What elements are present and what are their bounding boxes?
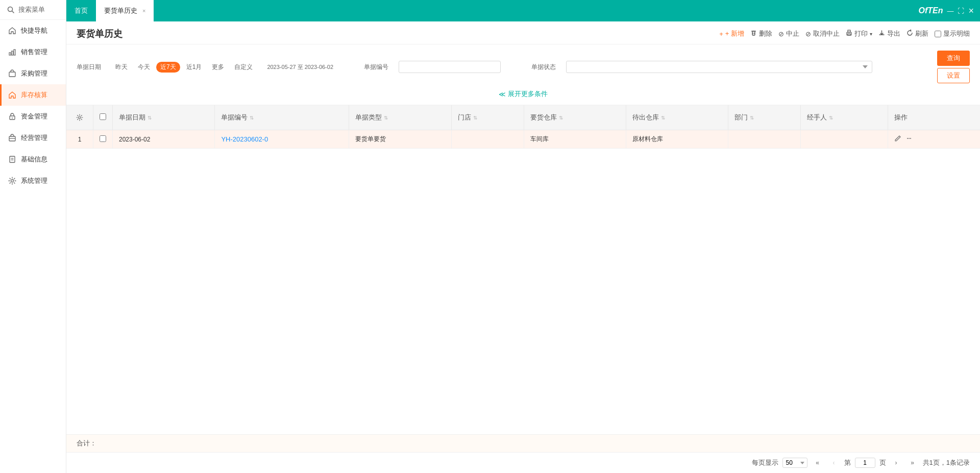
maximize-btn[interactable]: ⛶ <box>958 7 964 15</box>
tab-home[interactable]: 首页 <box>66 0 96 21</box>
tab-close-icon[interactable]: × <box>142 8 145 14</box>
query-button[interactable]: 查询 <box>937 51 970 66</box>
sidebar-item-label: 采购管理 <box>21 69 47 78</box>
th-date[interactable]: 单据日期⇅ <box>113 105 215 130</box>
date-btn-today[interactable]: 今天 <box>134 62 154 73</box>
th-bill-no[interactable]: 单据编号⇅ <box>215 105 349 130</box>
edit-icon[interactable] <box>894 135 901 144</box>
page-size-select[interactable]: 50 10 20 100 <box>782 458 807 468</box>
filter-bar: 单据日期 昨天 今天 近7天 近1月 更多 自定义 2023-05-27 至 2… <box>66 44 980 105</box>
th-bill-type[interactable]: 单据类型⇅ <box>349 105 451 130</box>
stop-button[interactable]: ⊘ 中止 <box>778 29 799 38</box>
tab-requisition-history[interactable]: 要货单历史 × <box>96 0 154 21</box>
sort-billno-icon: ⇅ <box>250 115 254 121</box>
row-checkbox[interactable] <box>100 135 106 142</box>
plus-icon: + <box>719 30 723 38</box>
page-number-input[interactable] <box>855 458 875 468</box>
tab-home-label: 首页 <box>75 6 88 15</box>
status-select[interactable] <box>566 61 872 73</box>
sidebar-item-purchase[interactable]: 采购管理 <box>0 63 66 84</box>
cell-checkbox[interactable] <box>93 130 113 149</box>
sidebar-item-label: 快捷导航 <box>21 26 47 35</box>
cell-store <box>451 130 524 149</box>
stop-icon: ⊘ <box>778 30 784 38</box>
date-btn-more[interactable]: 更多 <box>208 62 228 73</box>
sidebar-item-system[interactable]: 系统管理 <box>0 170 66 192</box>
house-icon <box>8 90 17 100</box>
print-dropdown-icon[interactable]: ▾ <box>870 31 872 37</box>
prev-page-btn[interactable]: ‹ <box>828 457 840 469</box>
date-btn-custom[interactable]: 自定义 <box>230 62 257 73</box>
bill-no-input[interactable] <box>399 61 501 73</box>
last-page-btn[interactable]: » <box>906 457 919 469</box>
setting-button[interactable]: 设置 <box>937 68 970 83</box>
sidebar-search[interactable]: 搜索菜单 <box>0 0 66 20</box>
more-icon[interactable] <box>905 135 913 144</box>
th-pending-warehouse[interactable]: 待出仓库⇅ <box>626 105 728 130</box>
svg-rect-3 <box>12 51 13 55</box>
first-page-btn[interactable]: « <box>812 457 824 469</box>
svg-rect-10 <box>10 156 15 162</box>
sidebar-item-finance[interactable]: 资金管理 <box>0 106 66 127</box>
date-btn-1month[interactable]: 近1月 <box>182 62 206 73</box>
topbar-right: OfTEn — ⛶ × <box>918 6 980 16</box>
display-detail-checkbox[interactable] <box>935 31 941 37</box>
status-label: 单据状态 <box>531 63 556 72</box>
page-label-suffix: 页 <box>879 458 886 467</box>
refresh-button[interactable]: 刷新 <box>906 29 928 38</box>
export-label: 导出 <box>887 29 900 38</box>
delete-icon <box>750 30 757 38</box>
sidebar-item-inventory[interactable]: 库存核算 <box>0 84 66 106</box>
new-button[interactable]: + + 新增 <box>719 29 744 38</box>
bill-no-label: 单据编号 <box>364 63 388 72</box>
date-filter-label: 单据日期 <box>77 63 101 72</box>
sidebar-item-operations[interactable]: 经营管理 <box>0 127 66 149</box>
sidebar-item-shortcuts[interactable]: 快捷导航 <box>0 20 66 41</box>
chart-icon <box>8 48 17 57</box>
sidebar-item-sales[interactable]: 销售管理 <box>0 41 66 63</box>
sidebar-search-label: 搜索菜单 <box>18 5 45 14</box>
refresh-label: 刷新 <box>915 29 928 38</box>
sidebar-item-label: 经营管理 <box>21 133 47 143</box>
th-req-warehouse[interactable]: 要货仓库⇅ <box>524 105 626 130</box>
refresh-icon <box>906 30 913 38</box>
home-icon <box>8 26 17 35</box>
select-all-checkbox[interactable] <box>100 113 106 120</box>
new-label: + 新增 <box>725 29 744 38</box>
delete-button[interactable]: 删除 <box>750 29 772 38</box>
print-button[interactable]: 打印 ▾ <box>846 29 872 38</box>
th-handler[interactable]: 经手人⇅ <box>801 105 888 130</box>
next-page-btn[interactable]: › <box>890 457 902 469</box>
cancel-stop-button[interactable]: ⊘ 取消中止 <box>805 29 840 38</box>
cell-handler <box>801 130 888 149</box>
export-button[interactable]: 导出 <box>878 29 900 38</box>
minimize-btn[interactable]: — <box>947 7 953 15</box>
date-btn-7days[interactable]: 近7天 <box>156 62 180 73</box>
search-icon <box>6 5 15 14</box>
stop-label: 中止 <box>786 29 799 38</box>
close-btn[interactable]: × <box>968 6 974 16</box>
toolbar: + + 新增 删除 ⊘ 中止 ⊘ 取消中止 <box>719 29 970 38</box>
svg-point-13 <box>11 180 14 182</box>
display-detail-toggle[interactable]: 显示明细 <box>935 29 970 38</box>
footer-summary: 合计： <box>66 434 980 452</box>
th-store[interactable]: 门店⇅ <box>451 105 524 130</box>
page-size-label: 每页显示 <box>752 458 778 467</box>
svg-point-22 <box>909 138 910 139</box>
cell-pending-warehouse: 原材料仓库 <box>626 130 728 149</box>
sidebar-item-label: 销售管理 <box>21 48 47 57</box>
date-btn-yesterday[interactable]: 昨天 <box>111 62 132 73</box>
table-settings-icon[interactable] <box>72 110 87 125</box>
expand-more-button[interactable]: ≪ 展开更多条件 <box>499 89 548 99</box>
date-range-display: 2023-05-27 至 2023-06-02 <box>267 63 333 71</box>
requisition-table: 单据日期⇅ 单据编号⇅ 单据类型⇅ 门店⇅ 要货仓库⇅ <box>66 105 980 149</box>
page-header: 要货单历史 + + 新增 删除 ⊘ 中止 ⊘ 取消 <box>66 21 980 44</box>
sidebar-item-label: 系统管理 <box>21 176 47 185</box>
sidebar-item-basic[interactable]: 基础信息 <box>0 149 66 170</box>
sort-reqwh-icon: ⇅ <box>559 115 563 121</box>
topbar: 首页 要货单历史 × OfTEn — ⛶ × <box>66 0 980 21</box>
brand-label: OfTEn <box>918 6 943 15</box>
bill-no-link[interactable]: YH-20230602-0 <box>221 135 268 143</box>
th-dept[interactable]: 部门⇅ <box>728 105 801 130</box>
th-action: 操作 <box>888 105 980 130</box>
